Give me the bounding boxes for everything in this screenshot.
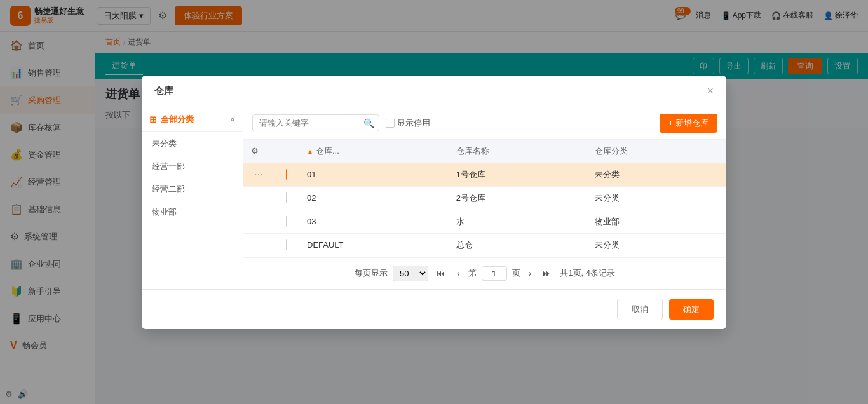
add-warehouse-button[interactable]: + 新增仓库: [660, 114, 717, 133]
page-number-input[interactable]: [482, 266, 507, 281]
row-code: 01: [299, 163, 449, 186]
row-name: 1号仓库: [449, 163, 588, 186]
warehouse-table: ⚙ ▲仓库... 仓库名称 仓库分类 ···: [243, 140, 726, 257]
row-category: 未分类: [587, 186, 726, 210]
th-warehouse-code: ▲仓库...: [299, 140, 449, 163]
search-box: 🔍: [252, 114, 379, 131]
row-actions-cell: ···: [243, 163, 274, 186]
table-row[interactable]: ··· 01 1号仓库 未分类: [243, 163, 726, 186]
row-checkbox[interactable]: [286, 216, 287, 227]
grid-icon: ⊞: [149, 114, 157, 125]
row-actions-cell: [243, 210, 274, 233]
table-row[interactable]: DEFAULT 总仓 未分类: [243, 233, 726, 257]
per-page-select[interactable]: 50 100: [393, 266, 428, 281]
per-page-label: 每页显示: [355, 267, 388, 279]
search-icon[interactable]: 🔍: [363, 118, 374, 128]
dialog-header: 仓库 ×: [142, 76, 726, 107]
row-checkbox-cell: [274, 233, 299, 257]
th-checkbox: [274, 140, 299, 163]
table-row[interactable]: 03 水 物业部: [243, 210, 726, 233]
dialog-title: 仓库: [154, 85, 173, 97]
row-name: 2号仓库: [449, 186, 588, 210]
row-category: 未分类: [587, 163, 726, 186]
row-code: 02: [299, 186, 449, 210]
show-disabled-label: 显示停用: [397, 118, 430, 129]
row-category: 物业部: [587, 210, 726, 233]
table-toolbar: 🔍 显示停用 + 新增仓库: [243, 107, 726, 140]
table-panel: 🔍 显示停用 + 新增仓库 ⚙: [243, 107, 726, 289]
show-disabled-checkbox[interactable]: [386, 119, 395, 128]
th-warehouse-name: 仓库名称: [449, 140, 588, 163]
category-item-property[interactable]: 物业部: [142, 201, 243, 224]
pagination: 每页显示 50 100 ⏮ ‹ 第 页 › ⏭ 共1页, 4条记录: [243, 257, 726, 289]
first-page-button[interactable]: ⏮: [433, 267, 449, 279]
table: ⚙ ▲仓库... 仓库名称 仓库分类 ···: [243, 140, 726, 257]
table-header-row: ⚙ ▲仓库... 仓库名称 仓库分类: [243, 140, 726, 163]
cancel-button[interactable]: 取消: [617, 299, 663, 320]
all-categories-label: 全部分类: [161, 114, 194, 125]
row-checkbox[interactable]: [286, 192, 287, 203]
all-categories-item[interactable]: ⊞ 全部分类 «: [142, 107, 243, 132]
row-more-icon[interactable]: ···: [254, 169, 262, 180]
collapse-panel-button[interactable]: «: [231, 114, 235, 124]
th-warehouse-category: 仓库分类: [587, 140, 726, 163]
dialog-body: ⊞ 全部分类 « 未分类 经营一部 经营二部 物业部 🔍: [142, 107, 726, 289]
row-checkbox-cell: [274, 210, 299, 233]
row-checkbox[interactable]: [286, 169, 287, 180]
row-category: 未分类: [587, 233, 726, 257]
search-input[interactable]: [252, 114, 379, 131]
table-row[interactable]: 02 2号仓库 未分类: [243, 186, 726, 210]
next-page-button[interactable]: ›: [526, 267, 535, 279]
row-checkbox-cell: [274, 163, 299, 186]
dialog-footer: 取消 确定: [142, 289, 726, 329]
category-item-ops2[interactable]: 经营二部: [142, 178, 243, 201]
row-actions-cell: [243, 233, 274, 257]
th-settings: ⚙: [243, 140, 274, 163]
category-panel: ⊞ 全部分类 « 未分类 经营一部 经营二部 物业部: [142, 107, 243, 289]
page-suffix: 页: [512, 267, 520, 279]
row-checkbox[interactable]: [286, 239, 287, 250]
category-item-ops1[interactable]: 经营一部: [142, 155, 243, 178]
prev-page-button[interactable]: ‹: [454, 267, 463, 279]
row-name: 总仓: [449, 233, 588, 257]
row-name: 水: [449, 210, 588, 233]
show-disabled-toggle[interactable]: 显示停用: [386, 118, 430, 129]
dialog-close-button[interactable]: ×: [707, 84, 714, 98]
dialog-overlay: 仓库 × ⊞ 全部分类 « 未分类 经营一部 经营二部 物业部: [0, 0, 868, 404]
row-code: 03: [299, 210, 449, 233]
category-item-unclassified[interactable]: 未分类: [142, 132, 243, 155]
row-code: DEFAULT: [299, 233, 449, 257]
confirm-button[interactable]: 确定: [669, 299, 714, 320]
warehouse-dialog: 仓库 × ⊞ 全部分类 « 未分类 经营一部 经营二部 物业部: [142, 76, 726, 329]
row-actions-cell: [243, 186, 274, 210]
last-page-button[interactable]: ⏭: [539, 267, 555, 279]
page-summary: 共1页, 4条记录: [560, 267, 615, 279]
row-checkbox-cell: [274, 186, 299, 210]
sort-icon-code: ▲: [307, 148, 313, 155]
page-label: 第: [468, 267, 477, 279]
